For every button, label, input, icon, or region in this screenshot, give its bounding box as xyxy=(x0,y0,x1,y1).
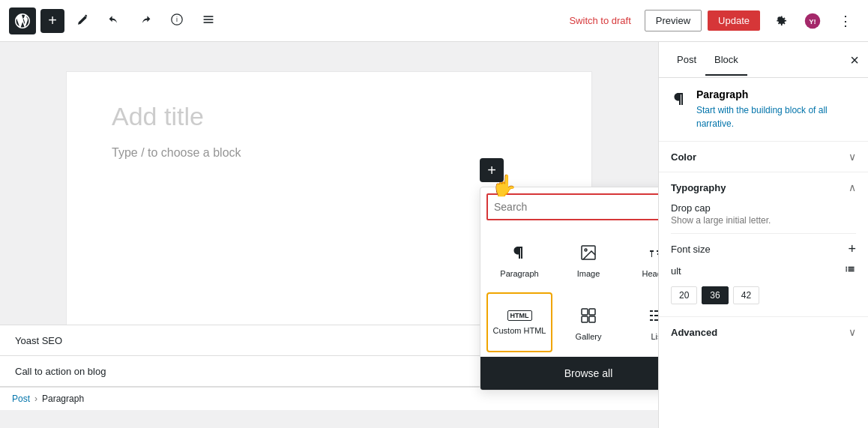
default-size-row: ult xyxy=(671,263,856,279)
paragraph-block-icon xyxy=(510,241,528,264)
redo-button[interactable] xyxy=(132,7,159,34)
block-item-image[interactable]: Image xyxy=(555,229,621,289)
breadcrumb-current: Paragraph xyxy=(42,394,84,404)
font-size-36[interactable]: 36 xyxy=(702,286,728,304)
list-block-label: List xyxy=(651,331,658,342)
undo-button[interactable] xyxy=(100,7,127,34)
font-size-label: Font size xyxy=(671,244,711,255)
list-view-icon xyxy=(202,13,214,28)
undo-icon xyxy=(108,13,120,28)
svg-rect-10 xyxy=(589,309,595,315)
main-toolbar: + i Switch to draft xyxy=(0,0,868,42)
block-item-paragraph[interactable]: Paragraph xyxy=(486,229,552,289)
svg-rect-2 xyxy=(204,16,214,17)
cta-label: Call to action on blog xyxy=(15,366,106,377)
switch-to-draft-button[interactable]: Switch to draft xyxy=(561,10,638,31)
advanced-chevron-icon: ∨ xyxy=(849,326,856,338)
svg-rect-14 xyxy=(654,310,658,312)
toolbar-right: Switch to draft Preview Update Y! ⋮ xyxy=(561,7,859,34)
svg-rect-3 xyxy=(204,19,214,20)
svg-rect-4 xyxy=(204,22,214,23)
color-section: Color ∨ xyxy=(659,142,868,172)
add-block-toolbar-button[interactable]: + xyxy=(40,9,64,33)
typography-section-title: Typography xyxy=(671,182,726,193)
svg-rect-13 xyxy=(650,310,653,312)
update-button[interactable]: Update xyxy=(708,10,760,31)
dropcap-desc: Show a large initial letter. xyxy=(671,215,771,226)
custom-html-block-label: Custom HTML xyxy=(493,325,546,336)
gallery-block-icon xyxy=(579,304,597,327)
tab-post[interactable]: Post xyxy=(668,45,705,76)
breadcrumb-separator: › xyxy=(34,394,37,404)
svg-rect-11 xyxy=(582,316,588,322)
svg-text:i: i xyxy=(176,16,178,23)
dropcap-info: Drop cap Show a large initial letter. xyxy=(671,202,771,226)
sidebar-close-button[interactable]: × xyxy=(850,52,859,67)
advanced-header[interactable]: Advanced ∨ xyxy=(671,326,856,338)
block-item-heading[interactable]: Heading xyxy=(624,229,658,289)
svg-text:Y!: Y! xyxy=(809,16,816,25)
block-search-panel: Paragraph Image Heading xyxy=(480,187,658,391)
block-item-gallery[interactable]: Gallery xyxy=(555,292,621,352)
color-section-header[interactable]: Color ∨ xyxy=(671,151,856,163)
gear-icon xyxy=(773,12,786,29)
font-size-20[interactable]: 20 xyxy=(671,286,697,304)
svg-rect-15 xyxy=(650,315,653,316)
block-info-text: Paragraph Start with the building block … xyxy=(696,88,856,130)
font-size-options: 20 36 42 xyxy=(671,283,856,307)
block-name: Paragraph xyxy=(696,88,856,100)
svg-rect-9 xyxy=(582,309,588,315)
browse-all-button[interactable]: Browse all xyxy=(480,357,658,390)
paragraph-icon-large xyxy=(671,90,689,112)
yoast-button[interactable]: Y! xyxy=(799,7,826,34)
color-section-title: Color xyxy=(671,151,696,163)
typography-section-header[interactable]: Typography ∧ xyxy=(671,181,856,193)
preview-button[interactable]: Preview xyxy=(645,10,702,31)
html-badge: HTML xyxy=(507,310,532,321)
dropcap-row: Drop cap Show a large initial letter. xyxy=(671,202,856,226)
toolbar-left: + i xyxy=(9,7,561,34)
redo-icon xyxy=(139,13,151,28)
font-size-add-button[interactable]: + xyxy=(848,241,856,257)
cursor-hand: 👆 xyxy=(491,173,517,198)
image-block-label: Image xyxy=(577,268,600,279)
edit-button[interactable] xyxy=(69,7,96,34)
info-button[interactable]: i xyxy=(163,7,190,34)
settings-button[interactable] xyxy=(766,7,793,34)
default-size-label: ult xyxy=(671,265,681,277)
tab-block[interactable]: Block xyxy=(705,45,747,76)
block-item-list[interactable]: List xyxy=(624,292,658,352)
typography-section: Typography ∧ Drop cap Show a large initi… xyxy=(659,172,868,317)
block-info: Paragraph Start with the building block … xyxy=(659,78,868,142)
post-title[interactable]: Add title xyxy=(112,102,546,131)
list-view-button[interactable] xyxy=(195,7,222,34)
divider xyxy=(671,233,856,234)
svg-rect-18 xyxy=(654,319,658,321)
pencil-icon xyxy=(76,13,88,28)
blocks-grid: Paragraph Image Heading xyxy=(480,225,658,357)
size-control-icon[interactable] xyxy=(844,263,856,279)
svg-rect-17 xyxy=(650,319,653,321)
block-item-custom-html[interactable]: HTML Custom HTML xyxy=(486,292,552,352)
svg-rect-16 xyxy=(654,315,658,316)
advanced-section: Advanced ∨ xyxy=(659,317,868,347)
info-icon: i xyxy=(171,13,183,28)
right-sidebar: Post Block × Paragraph Start with the bu… xyxy=(658,42,868,428)
yoast-seo-label: Yoast SEO xyxy=(15,335,62,346)
more-options-icon: ⋮ xyxy=(839,13,852,29)
block-inserter-container: + 👆 Paragraph xyxy=(480,158,504,182)
font-size-42[interactable]: 42 xyxy=(733,286,759,304)
typography-chevron-icon: ∧ xyxy=(849,181,856,193)
svg-rect-12 xyxy=(589,316,595,322)
more-options-button[interactable]: ⋮ xyxy=(832,7,859,34)
font-size-section-row: Font size + xyxy=(671,241,856,257)
block-search-input[interactable] xyxy=(494,201,658,213)
sidebar-tabs: Post Block × xyxy=(659,42,868,78)
image-block-icon xyxy=(579,241,597,264)
gallery-block-label: Gallery xyxy=(576,331,602,342)
breadcrumb-post-link[interactable]: Post xyxy=(12,394,30,404)
typography-content: Drop cap Show a large initial letter. Fo… xyxy=(671,202,856,307)
wp-logo[interactable] xyxy=(9,7,36,34)
heading-block-icon xyxy=(648,241,658,264)
plus-icon: + xyxy=(48,12,57,29)
